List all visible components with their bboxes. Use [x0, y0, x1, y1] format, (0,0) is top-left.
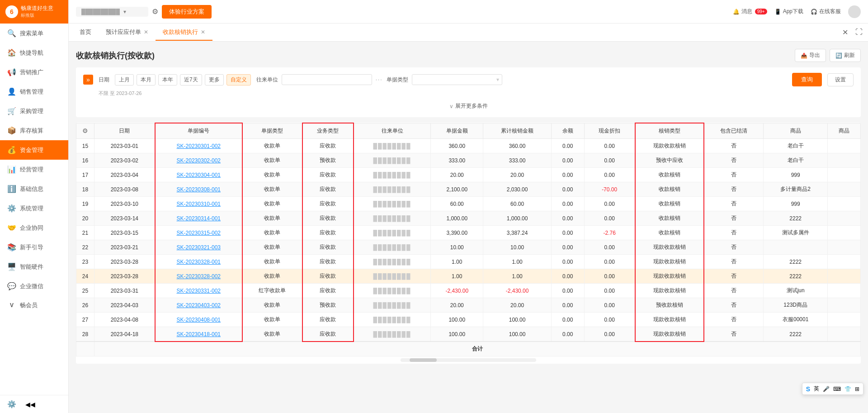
app-download-button[interactable]: 📱 App下载 [774, 8, 803, 15]
ime-mic-icon[interactable]: 🎤 [823, 386, 830, 392]
counterpart-input[interactable] [282, 74, 372, 85]
messages-button[interactable]: 🔔 消息 99+ [733, 8, 767, 15]
row-amount: 333.00 [431, 153, 483, 168]
sidebar-item-sales[interactable]: 👤 销售管理 [0, 82, 68, 101]
refresh-button[interactable]: 🔄 刷新 [830, 49, 861, 62]
row-amount: 3,390.00 [431, 226, 483, 240]
last-7-days-button[interactable]: 近7天 [180, 74, 202, 85]
row-doc-no[interactable]: SK-20230304-001 [155, 168, 242, 182]
sidebar-item-purchase[interactable]: 🛒 采购管理 [0, 101, 68, 121]
doc-type-selector[interactable]: ▾ [412, 74, 502, 85]
inventory-icon: 📦 [7, 126, 16, 135]
row-doc-no[interactable]: SK-20230301-002 [155, 139, 242, 153]
tabs-bar: 首页 预计应应付单 ✕ 收款核销执行 ✕ ✕ ⛶ [69, 24, 868, 42]
ime-clothes-icon[interactable]: 👕 [844, 386, 851, 392]
tab-collection[interactable]: 收款核销执行 ✕ [156, 24, 212, 41]
sidebar-item-label: 营销推广 [20, 68, 43, 76]
query-button[interactable]: 查询 [792, 73, 822, 86]
filter-toggle-button[interactable]: » [83, 75, 93, 85]
sidebar-item-member[interactable]: V 畅会员 [0, 296, 68, 315]
ime-keyboard-icon[interactable]: ⌨ [833, 386, 841, 392]
row-include-settled: 否 [704, 284, 764, 298]
sidebar-item-collab[interactable]: 🤝 企业协同 [0, 218, 68, 237]
sidebar-item-system[interactable]: ⚙️ 系统管理 [0, 199, 68, 218]
sidebar-item-inventory[interactable]: 📦 库存核算 [0, 121, 68, 140]
export-button[interactable]: 📤 导出 [795, 49, 826, 62]
industry-solution-button[interactable]: 体验行业方案 [162, 5, 212, 19]
row-doc-no[interactable]: SK-20230403-002 [155, 298, 242, 313]
row-cancel-type: 现款收款核销 [635, 255, 704, 269]
more-options-dots[interactable]: ··· [376, 76, 383, 83]
row-goods: 999 [764, 197, 828, 211]
this-month-button[interactable]: 本月 [137, 74, 156, 85]
more-dates-button[interactable]: 更多 [205, 74, 224, 85]
custom-date-button[interactable]: 自定义 [226, 74, 251, 85]
row-date: 2023-03-04 [94, 168, 155, 182]
row-cash-discount: 0.00 [584, 298, 635, 313]
chevron-down-icon[interactable]: ▾ [494, 76, 502, 83]
horizontal-scrollbar[interactable] [76, 356, 861, 364]
online-service-button[interactable]: 🎧 在线客服 [811, 8, 841, 15]
row-doc-type: 收款单 [242, 327, 302, 342]
row-doc-no[interactable]: SK-20230310-001 [155, 197, 242, 211]
expand-tab-icon[interactable]: ⛶ [854, 26, 864, 38]
last-month-button[interactable]: 上月 [115, 74, 134, 85]
row-no: 28 [76, 327, 94, 342]
row-doc-no[interactable]: SK-20230315-002 [155, 226, 242, 240]
tab-home[interactable]: 首页 [72, 24, 99, 41]
col-header-goods: 商品 [764, 123, 828, 139]
sidebar-item-basic[interactable]: ℹ️ 基础信息 [0, 179, 68, 199]
row-doc-no[interactable]: SK-20230314-001 [155, 211, 242, 226]
doc-type-input[interactable] [412, 75, 494, 85]
row-doc-no[interactable]: SK-20230331-002 [155, 284, 242, 298]
scroll-thumb[interactable] [410, 358, 437, 362]
row-doc-no[interactable]: SK-20230328-002 [155, 269, 242, 284]
row-doc-no[interactable]: SK-20230328-001 [155, 255, 242, 269]
row-doc-no[interactable]: SK-20230302-002 [155, 153, 242, 168]
filter-row-1: » 日期 上月 本月 本年 近7天 更多 自定义 往来单位 ··· 单据类型 [83, 73, 854, 86]
tab-collection-close[interactable]: ✕ [201, 29, 205, 35]
sidebar-item-guide[interactable]: 📚 新手引导 [0, 237, 68, 257]
col-header-gear[interactable]: ⚙ [76, 123, 94, 139]
row-goods: 2222 [764, 269, 828, 284]
tab-prepay-close[interactable]: ✕ [144, 29, 148, 35]
messages-label: 消息 [741, 8, 752, 15]
sidebar-item-wechat[interactable]: 💬 企业微信 [0, 276, 68, 296]
sidebar-item-hardware[interactable]: 🖥️ 智能硬件 [0, 257, 68, 276]
sidebar-item-finance[interactable]: 💰 资金管理 [0, 140, 68, 160]
row-accum-amount: 20.00 [483, 298, 552, 313]
settings-icon[interactable]: ⚙️ [7, 400, 16, 408]
row-doc-no[interactable]: SK-20230418-001 [155, 327, 242, 342]
sidebar-item-operation[interactable]: 📊 经营管理 [0, 160, 68, 179]
row-no: 20 [76, 211, 94, 226]
row-cash-discount: 0.00 [584, 269, 635, 284]
tab-prepay[interactable]: 预计应应付单 ✕ [99, 24, 156, 41]
sidebar-item-quicknav[interactable]: 🏠 快捷导航 [0, 43, 68, 62]
row-cash-discount: 0.00 [584, 153, 635, 168]
tab-prepay-label: 预计应应付单 [106, 28, 141, 36]
row-cancel-type: 收款核销 [635, 182, 704, 197]
ime-apps-icon[interactable]: ⊞ [855, 386, 859, 392]
row-goods2 [828, 284, 861, 298]
this-year-button[interactable]: 本年 [158, 74, 177, 85]
sidebar-item-search[interactable]: 🔍 搜索菜单 [0, 24, 68, 43]
row-goods: 2222 [764, 255, 828, 269]
row-include-settled: 否 [704, 182, 764, 197]
row-doc-no[interactable]: SK-20230408-001 [155, 313, 242, 327]
row-doc-no[interactable]: SK-20230321-003 [155, 240, 242, 255]
row-doc-no[interactable]: SK-20230308-001 [155, 182, 242, 197]
collapse-icon[interactable]: ◀◀ [25, 401, 35, 408]
gear-icon[interactable]: ⚙ [82, 127, 88, 134]
avatar[interactable] [848, 5, 861, 18]
sidebar-nav: 🔍 搜索菜单 🏠 快捷导航 📢 营销推广 👤 销售管理 🛒 采购管理 📦 库存核… [0, 24, 68, 395]
close-tab-icon[interactable]: ✕ [840, 26, 850, 38]
filter-settings-button[interactable]: 设置 [827, 73, 854, 86]
row-date: 2023-04-18 [94, 327, 155, 342]
row-doc-type: 红字收款单 [242, 284, 302, 298]
workspace-dropdown[interactable]: ██████████ ▾ [76, 7, 148, 17]
gear-icon[interactable]: ⚙ [152, 7, 158, 16]
sidebar-item-marketing[interactable]: 📢 营销推广 [0, 62, 68, 82]
expand-more-filters[interactable]: ∨ 展开更多条件 [83, 100, 854, 112]
col-header-include-settled: 包含已结清 [704, 123, 764, 139]
purchase-icon: 🛒 [7, 107, 16, 115]
